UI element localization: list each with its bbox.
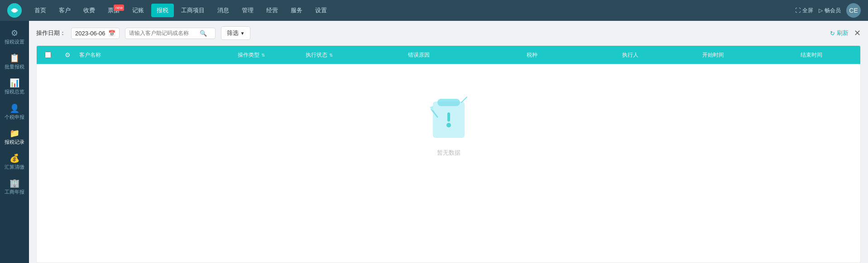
col-header-executor: 执行人	[596, 51, 664, 59]
nav-item-票据[interactable]: 票据new	[102, 4, 125, 17]
nav-item-工商项目[interactable]: 工商项目	[176, 4, 210, 17]
fullscreen-icon: ⛶	[795, 7, 801, 14]
sidebar-item-批量报税[interactable]: 📋批量报税	[0, 49, 29, 74]
nav-item-管理[interactable]: 管理	[236, 4, 259, 17]
sidebar-item-个税申报[interactable]: 👤个税申报	[0, 100, 29, 125]
nav-item-首页[interactable]: 首页	[29, 4, 52, 17]
chevron-down-icon: ▼	[240, 31, 245, 36]
svg-rect-3	[437, 99, 460, 106]
avatar[interactable]: CE	[846, 3, 861, 18]
sidebar-item-报税总览[interactable]: 📊报税总览	[0, 74, 29, 99]
col-name-label: 客户名称	[79, 51, 101, 59]
col-tax-label: 税种	[527, 51, 537, 59]
sidebar-icon: 💰	[10, 154, 19, 162]
fullscreen-button[interactable]: ⛶ 全屏	[795, 7, 813, 15]
sidebar-item-报税记录[interactable]: 📁报税记录	[0, 125, 29, 150]
sidebar-label: 个税申报	[5, 114, 24, 120]
date-label: 操作日期：	[36, 29, 66, 37]
col-header-error: 错误原因	[370, 51, 468, 59]
select-all-checkbox[interactable]	[45, 52, 51, 58]
sidebar-label: 报税总览	[5, 89, 24, 95]
calendar-icon: 📅	[108, 30, 115, 37]
nav-item-收费[interactable]: 收费	[78, 4, 101, 17]
vip-icon: ▷	[819, 7, 823, 14]
sort-icon: ⇅	[261, 53, 265, 58]
search-input[interactable]	[129, 30, 197, 36]
nav-item-设置[interactable]: 设置	[310, 4, 332, 17]
nav-item-经营[interactable]: 经营	[261, 4, 283, 17]
filter-label: 筛选	[227, 29, 239, 37]
svg-point-1	[13, 9, 16, 12]
sidebar-icon: 👤	[10, 104, 19, 112]
col-header-name: 客户名称	[76, 51, 234, 59]
refresh-button[interactable]: ↻ 刷新	[830, 29, 849, 37]
nav-items: 首页客户收费票据new记账报税工商项目消息管理经营服务设置	[29, 4, 795, 17]
vip-button[interactable]: ▷ 畅会员	[819, 7, 841, 15]
fullscreen-label: 全屏	[802, 7, 813, 15]
col-start-label: 开始时间	[702, 51, 724, 59]
svg-rect-5	[447, 112, 450, 122]
empty-state: 暂无数据	[422, 89, 476, 157]
nav-item-服务[interactable]: 服务	[285, 4, 308, 17]
sidebar-label: 报税记录	[5, 139, 24, 145]
table-header: ⚙ 客户名称 操作类型 ⇅ 执行状态 ⇅ 错误原因 税种	[37, 46, 860, 64]
col-op-type-label: 操作类型	[238, 51, 259, 59]
sidebar-icon: 📋	[10, 54, 19, 62]
new-badge: new	[114, 5, 124, 11]
col-header-tax: 税种	[468, 51, 597, 59]
table-body: 暂无数据	[37, 64, 860, 182]
col-status-label: 执行状态	[306, 51, 327, 59]
sidebar-label: 报税设置	[5, 39, 24, 45]
main-layout: ⚙报税设置📋批量报税📊报税总览👤个税申报📁报税记录💰汇算清缴🏢工商年报 操作日期…	[0, 21, 868, 263]
sidebar-item-汇算清缴[interactable]: 💰汇算清缴	[0, 150, 29, 175]
nav-item-记账[interactable]: 记账	[127, 4, 149, 17]
col-header-status: 执行状态 ⇅	[302, 51, 370, 59]
col-end-label: 结束时间	[801, 51, 822, 59]
col-header-op-type: 操作类型 ⇅	[234, 51, 302, 59]
sidebar: ⚙报税设置📋批量报税📊报税总览👤个税申报📁报税记录💰汇算清缴🏢工商年报	[0, 21, 29, 263]
sidebar-item-工商年报[interactable]: 🏢工商年报	[0, 175, 29, 200]
sidebar-item-报税设置[interactable]: ⚙报税设置	[0, 24, 29, 49]
avatar-text: CE	[849, 7, 858, 14]
top-navigation: 首页客户收费票据new记账报税工商项目消息管理经营服务设置 ⛶ 全屏 ▷ 畅会员…	[0, 0, 868, 21]
sidebar-icon: 📁	[10, 129, 19, 137]
svg-line-8	[461, 97, 467, 102]
table-container: ⚙ 客户名称 操作类型 ⇅ 执行状态 ⇅ 错误原因 税种	[36, 45, 861, 263]
empty-illustration	[422, 89, 476, 143]
date-input[interactable]: 2023-06-06 📅	[71, 28, 120, 39]
logo[interactable]	[7, 3, 22, 18]
vip-label: 畅会员	[825, 7, 841, 15]
date-value: 2023-06-06	[75, 30, 106, 37]
nav-item-客户[interactable]: 客户	[53, 4, 76, 17]
sidebar-label: 工商年报	[5, 189, 24, 195]
column-settings-icon[interactable]: ⚙	[59, 51, 76, 58]
svg-point-4	[446, 123, 451, 127]
header-checkbox[interactable]	[37, 52, 59, 58]
nav-item-消息[interactable]: 消息	[212, 4, 235, 17]
top-right-actions: ⛶ 全屏 ▷ 畅会员 CE	[795, 3, 861, 18]
col-header-end: 结束时间	[762, 51, 860, 59]
filter-button[interactable]: 筛选 ▼	[221, 26, 251, 40]
sidebar-icon: 📊	[10, 79, 19, 87]
refresh-label: 刷新	[837, 29, 849, 37]
sidebar-icon: 🏢	[10, 179, 19, 187]
nav-item-报税[interactable]: 报税	[151, 4, 174, 17]
col-executor-label: 执行人	[622, 51, 638, 59]
refresh-icon: ↻	[830, 30, 835, 37]
close-button[interactable]: ✕	[854, 29, 861, 37]
search-wrapper[interactable]: 🔍	[125, 28, 216, 39]
sidebar-label: 批量报税	[5, 64, 24, 70]
sort-icon: ⇅	[329, 53, 333, 58]
sidebar-icon: ⚙	[11, 29, 18, 37]
sidebar-label: 汇算清缴	[5, 164, 24, 170]
search-icon: 🔍	[200, 30, 207, 37]
col-error-label: 错误原因	[408, 51, 430, 59]
toolbar: 操作日期： 2023-06-06 📅 🔍 筛选 ▼ ↻ 刷新 ✕	[29, 21, 868, 45]
empty-text: 暂无数据	[437, 149, 460, 157]
col-header-start: 开始时间	[664, 51, 762, 59]
content-area: 操作日期： 2023-06-06 📅 🔍 筛选 ▼ ↻ 刷新 ✕	[29, 21, 868, 263]
